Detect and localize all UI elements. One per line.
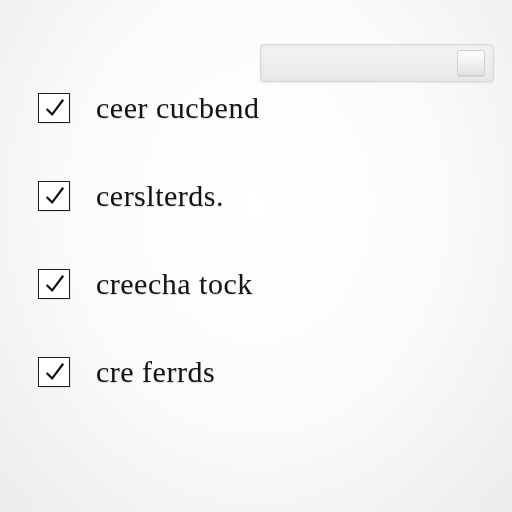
checklist: ceer cucbend cerslterds. creecha tock cr… — [38, 64, 482, 416]
list-item-label: cerslterds. — [96, 179, 224, 213]
check-icon — [43, 273, 65, 295]
list-item: cre ferrds — [38, 328, 482, 416]
window: ceer cucbend cerslterds. creecha tock cr… — [0, 0, 512, 512]
check-icon — [43, 97, 65, 119]
list-item: creecha tock — [38, 240, 482, 328]
checkbox[interactable] — [38, 269, 70, 299]
list-item: cerslterds. — [38, 152, 482, 240]
check-icon — [43, 361, 65, 383]
checkbox[interactable] — [38, 357, 70, 387]
list-item: ceer cucbend — [38, 64, 482, 152]
list-item-label: creecha tock — [96, 267, 253, 301]
checkbox[interactable] — [38, 181, 70, 211]
check-icon — [43, 185, 65, 207]
checkbox[interactable] — [38, 93, 70, 123]
list-item-label: cre ferrds — [96, 355, 215, 389]
list-item-label: ceer cucbend — [96, 91, 259, 125]
